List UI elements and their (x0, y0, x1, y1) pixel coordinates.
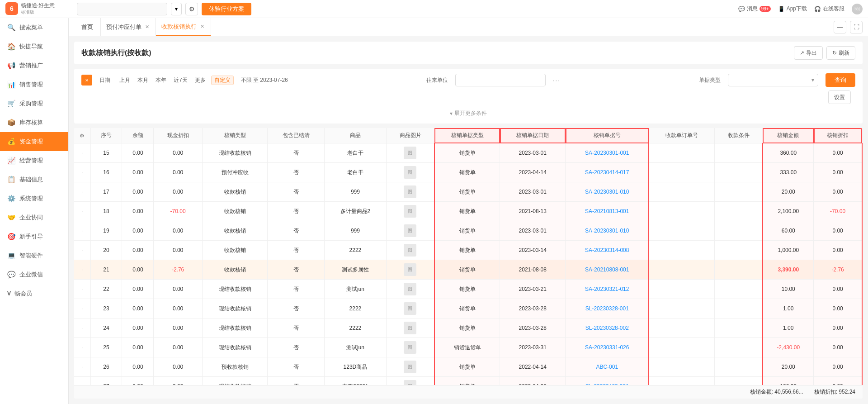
table-container: ⚙ 序号 余额 现金折扣 核销类型 包含已结清 商品 商品图片 核销单据类型 核… (74, 128, 863, 399)
td-cancel-order-no[interactable]: SA-20230314-008 (566, 241, 649, 260)
td-cancel-order-no[interactable]: SA-20230301-010 (566, 182, 649, 202)
top-bar: 6 畅捷通·好生意 标准版 ▾ ⚙ 休验行业方案 💬 消息 99+ 📱 App下… (0, 0, 868, 18)
td-cancel-order-no[interactable]: SA-20210808-001 (566, 260, 649, 280)
sidebar-item-operation[interactable]: 📈 经营管理 (0, 151, 68, 170)
td-cancel-order-no[interactable]: SA-20230414-017 (566, 163, 649, 182)
td-cancel-amount: -2,430.00 (763, 338, 813, 357)
sidebar-item-purchase[interactable]: 🛒 采购管理 (0, 94, 68, 113)
sidebar-item-member[interactable]: V 畅会员 (0, 284, 68, 303)
sidebar-item-funds[interactable]: 💰 资金管理 (0, 132, 68, 151)
dropdown-btn[interactable]: ▾ (171, 3, 182, 15)
td-goods: 测试jun (325, 280, 386, 299)
td-receipt-order-no (649, 182, 714, 202)
tab-home[interactable]: 首页 (74, 18, 101, 36)
td-settings: · (74, 143, 90, 163)
query-btn[interactable]: 查询 (826, 73, 855, 87)
sidebar-item-basic[interactable]: 📋 基础信息 (0, 170, 68, 189)
filter-settings-btn[interactable]: 设置 (828, 90, 851, 104)
app-icon: 📱 (778, 6, 785, 12)
tab-prepay[interactable]: 预付冲应付单 ✕ (101, 18, 156, 36)
td-balance: 0.00 (122, 221, 154, 241)
td-cancel-order-no[interactable]: SA-20230301-010 (566, 221, 649, 241)
td-cancel-order-type: 销货单 (434, 260, 500, 280)
td-cancel-discount: 0.00 (814, 357, 862, 377)
search-input[interactable] (77, 3, 167, 15)
date-option-this-month[interactable]: 本月 (136, 76, 150, 85)
sidebar-item-label: 新手引导 (19, 233, 43, 241)
td-cash-discount: 0.00 (154, 241, 202, 260)
sidebar-item-enterprise[interactable]: 🤝 企业协同 (0, 208, 68, 227)
sidebar-item-quick-nav[interactable]: 🏠 快捷导航 (0, 37, 68, 56)
chevron-down-icon: ▾ (811, 77, 814, 83)
refresh-btn[interactable]: ↻ 刷新 (826, 46, 855, 60)
expand-conditions-btn[interactable]: ▾ 展开更多条件 (81, 108, 855, 119)
sidebar-item-wechat[interactable]: 💬 企业微信 (0, 265, 68, 284)
date-range-display: 不限 至 2023-07-26 (241, 76, 288, 84)
date-option-this-year[interactable]: 本年 (154, 76, 168, 85)
sidebar-item-search[interactable]: 🔍 搜索菜单 (0, 18, 68, 37)
td-cancel-order-no[interactable]: SL-20230328-001 (566, 299, 649, 318)
page-actions: ↗ 导出 ↻ 刷新 (794, 46, 855, 60)
tab-receipt-close[interactable]: ✕ (199, 23, 205, 30)
th-cancel-amount: 核销金额 (763, 128, 813, 143)
order-type-select[interactable]: ▾ (728, 74, 818, 86)
td-cancel-order-no[interactable]: SA-20230321-012 (566, 280, 649, 299)
td-receipt-order-no (649, 202, 714, 221)
logo-icon: 6 (5, 2, 18, 15)
td-settings: · (74, 221, 90, 241)
table-scroll[interactable]: ⚙ 序号 余额 现金折扣 核销类型 包含已结清 商品 商品图片 核销单据类型 核… (74, 128, 863, 385)
gear-button[interactable]: ⚙ (185, 3, 198, 15)
tab-minimize-btn[interactable]: — (834, 21, 846, 33)
online-service-btn[interactable]: 🎧 在线客服 (814, 5, 844, 13)
sidebar-item-label: 企业微信 (19, 271, 43, 279)
td-cancel-order-no[interactable]: SA-20230301-001 (566, 143, 649, 163)
td-cancel-order-no[interactable]: SL-20230408-001 (566, 377, 649, 385)
table-row: · 16 0.00 0.00 预付冲应收 否 老白干 图 销货单 2023-04… (74, 163, 862, 182)
td-cancel-order-no[interactable]: SA-20210813-001 (566, 202, 649, 221)
date-option-more[interactable]: 更多 (193, 76, 208, 85)
td-cancel-order-date: 2023-03-14 (500, 241, 566, 260)
td-cancel-order-date: 2023-04-14 (500, 163, 566, 182)
tab-prepay-close[interactable]: ✕ (144, 23, 150, 31)
sidebar-item-system[interactable]: ⚙️ 系统管理 (0, 189, 68, 208)
td-cancel-order-type: 销货退货单 (434, 338, 500, 357)
filter-bar: » 日期 上月 本月 本年 近7天 更多 自定义 不限 至 2023-07-26… (74, 69, 863, 124)
th-settings[interactable]: ⚙ (74, 128, 90, 143)
sidebar-item-sales[interactable]: 📊 销售管理 (0, 75, 68, 94)
sidebar-item-inventory[interactable]: 📦 库存核算 (0, 113, 68, 132)
tab-prepay-label: 预付冲应付单 (106, 23, 142, 31)
tab-bar: 首页 预付冲应付单 ✕ 收款核销执行 ✕ — ⛶ (69, 18, 868, 36)
user-avatar[interactable]: Rit (852, 4, 863, 14)
export-btn[interactable]: ↗ 导出 (794, 46, 823, 60)
td-cancel-order-no[interactable]: SA-20230331-026 (566, 338, 649, 357)
app-download-btn[interactable]: 📱 App下载 (778, 5, 807, 13)
messages-btn[interactable]: 💬 消息 99+ (738, 5, 771, 13)
td-cash-discount: 0.00 (154, 318, 202, 338)
sidebar-item-hardware[interactable]: 💻 智能硬件 (0, 246, 68, 265)
filter-expand-btn[interactable]: » (81, 75, 92, 86)
from-unit-input[interactable] (455, 74, 546, 86)
td-cancel-amount: 1.00 (763, 318, 813, 338)
td-cancel-order-date: 2023-03-28 (500, 299, 566, 318)
td-includes-settled: 否 (268, 182, 325, 202)
date-custom-btn[interactable]: 自定义 (211, 76, 234, 85)
td-cancel-order-no[interactable]: SL-20230328-002 (566, 318, 649, 338)
td-seq: 18 (90, 202, 122, 221)
date-option-7days[interactable]: 近7天 (172, 76, 189, 85)
laptop-icon: 💻 (7, 252, 16, 260)
td-receipt-condition (714, 377, 763, 385)
td-cancel-order-no[interactable]: ABC-001 (566, 357, 649, 377)
td-receipt-order-no (649, 143, 714, 163)
sidebar-item-guide[interactable]: 🎯 新手引导 (0, 227, 68, 246)
tab-maximize-btn[interactable]: ⛶ (850, 21, 863, 33)
date-option-last-month[interactable]: 上月 (118, 76, 132, 85)
sidebar-item-marketing[interactable]: 📢 营销推广 (0, 56, 68, 75)
chevron-down-icon: ▾ (450, 110, 453, 117)
tab-bar-right: — ⛶ (834, 21, 863, 33)
th-cash-discount: 现金折扣 (154, 128, 202, 143)
vip-icon: V (7, 290, 11, 297)
industry-btn[interactable]: 休验行业方案 (202, 3, 251, 15)
td-includes-settled: 否 (268, 202, 325, 221)
td-goods: 多计量商品2 (325, 202, 386, 221)
tab-receipt[interactable]: 收款核销执行 ✕ (156, 18, 211, 36)
